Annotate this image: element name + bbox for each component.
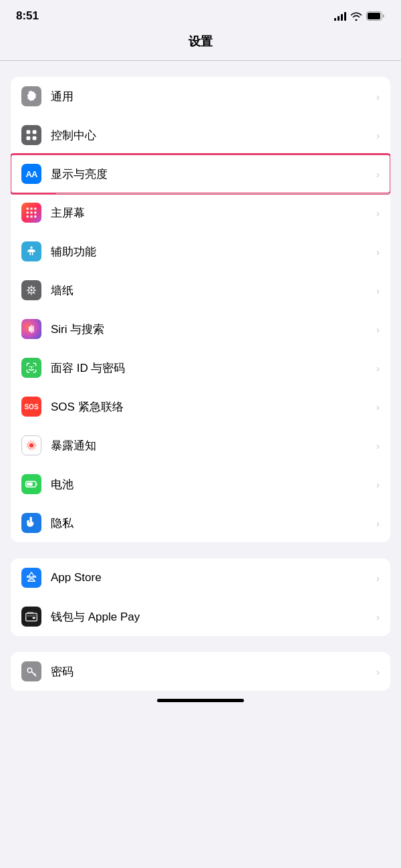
privacy-label: 隐私 <box>51 516 371 531</box>
accessibility-icon <box>21 241 41 261</box>
svg-rect-28 <box>27 483 32 486</box>
page-title: 设置 <box>0 28 401 60</box>
passwords-label: 密码 <box>51 664 371 679</box>
display-label: 显示与亮度 <box>51 167 371 182</box>
general-label: 通用 <box>51 89 371 104</box>
settings-row-privacy[interactable]: 隐私 › <box>11 504 390 542</box>
accessibility-label: 辅助功能 <box>51 244 371 259</box>
settings-row-wallpaper[interactable]: 墙纸 › <box>11 271 390 310</box>
svg-text:A: A <box>30 576 33 580</box>
wallet-label: 钱包与 Apple Pay <box>51 609 371 625</box>
exposure-chevron: › <box>376 440 380 451</box>
home-indicator <box>157 699 244 702</box>
exposure-label: 暴露通知 <box>51 438 371 453</box>
svg-rect-3 <box>33 130 37 134</box>
wallet-icon <box>21 607 41 627</box>
wallpaper-chevron: › <box>376 285 380 296</box>
svg-rect-8 <box>34 208 36 210</box>
wifi-icon <box>350 11 362 21</box>
status-icons <box>334 11 385 21</box>
sos-label: SOS 紧急联络 <box>51 399 371 415</box>
svg-point-22 <box>33 366 34 368</box>
exposure-icon <box>21 435 41 455</box>
settings-row-homescreen[interactable]: 主屏幕 › <box>11 193 390 232</box>
svg-rect-14 <box>34 215 36 217</box>
control-center-icon <box>21 125 41 145</box>
control-center-chevron: › <box>376 130 380 141</box>
svg-point-20 <box>31 324 33 333</box>
passwords-icon <box>21 661 41 681</box>
settings-row-general[interactable]: 通用 › <box>11 77 390 116</box>
homescreen-label: 主屏幕 <box>51 205 371 221</box>
svg-rect-6 <box>27 208 29 210</box>
svg-rect-32 <box>33 617 35 619</box>
control-center-label: 控制中心 <box>51 128 371 143</box>
settings-row-display[interactable]: AA 显示与亮度 › <box>11 154 390 193</box>
svg-rect-31 <box>26 615 37 617</box>
svg-rect-1 <box>368 13 380 19</box>
display-chevron: › <box>376 169 380 180</box>
status-time: 8:51 <box>16 9 39 23</box>
accessibility-chevron: › <box>376 246 380 257</box>
battery-settings-icon <box>21 474 41 494</box>
svg-point-19 <box>32 325 34 333</box>
settings-row-siri[interactable]: Siri 与搜索 › <box>11 310 390 348</box>
general-icon <box>21 86 41 106</box>
svg-rect-7 <box>30 208 32 210</box>
sos-chevron: › <box>376 401 380 413</box>
settings-row-sos[interactable]: SOS SOS 紧急联络 › <box>11 387 390 426</box>
faceid-label: 面容 ID 与密码 <box>51 360 371 376</box>
battery-label: 电池 <box>51 477 371 492</box>
wallet-chevron: › <box>376 611 380 623</box>
settings-section-3: 密码 › <box>11 652 390 691</box>
svg-point-21 <box>29 366 31 368</box>
status-bar: 8:51 <box>0 0 401 28</box>
wallpaper-icon <box>21 280 41 300</box>
signal-icon <box>334 11 346 21</box>
settings-row-passwords[interactable]: 密码 › <box>11 652 390 691</box>
svg-rect-5 <box>33 136 37 140</box>
sos-icon: SOS <box>21 397 41 417</box>
settings-row-wallet[interactable]: 钱包与 Apple Pay › <box>11 597 390 636</box>
settings-row-faceid[interactable]: 面容 ID 与密码 › <box>11 348 390 387</box>
appstore-label: App Store <box>51 571 371 584</box>
settings-row-control-center[interactable]: 控制中心 › <box>11 116 390 154</box>
battery-chevron: › <box>376 479 380 490</box>
settings-row-appstore[interactable]: A App Store › <box>11 558 390 597</box>
homescreen-chevron: › <box>376 207 380 219</box>
display-icon: AA <box>21 164 41 184</box>
svg-rect-9 <box>27 211 29 213</box>
passwords-chevron: › <box>376 666 380 677</box>
privacy-icon <box>21 513 41 533</box>
section-divider-top <box>0 60 401 61</box>
battery-icon <box>366 11 385 21</box>
svg-point-24 <box>29 443 34 448</box>
svg-rect-2 <box>27 130 31 134</box>
svg-rect-10 <box>30 211 32 213</box>
settings-row-accessibility[interactable]: 辅助功能 › <box>11 232 390 271</box>
svg-point-18 <box>29 326 31 332</box>
svg-point-15 <box>30 247 32 249</box>
privacy-chevron: › <box>376 518 380 529</box>
faceid-icon <box>21 358 41 378</box>
siri-label: Siri 与搜索 <box>51 322 371 337</box>
svg-rect-11 <box>34 211 36 213</box>
appstore-icon: A <box>21 568 41 588</box>
wallpaper-label: 墙纸 <box>51 283 371 298</box>
settings-row-battery[interactable]: 电池 › <box>11 465 390 504</box>
general-chevron: › <box>376 91 380 102</box>
faceid-chevron: › <box>376 362 380 374</box>
svg-rect-30 <box>26 613 37 621</box>
svg-rect-12 <box>27 215 29 217</box>
siri-icon <box>21 319 41 339</box>
settings-section-2: A App Store › 钱包与 Apple Pay › <box>11 558 390 636</box>
siri-chevron: › <box>376 324 380 335</box>
svg-point-17 <box>30 289 32 291</box>
svg-rect-13 <box>30 215 32 217</box>
svg-rect-4 <box>27 136 31 140</box>
settings-row-exposure[interactable]: 暴露通知 › <box>11 426 390 465</box>
appstore-chevron: › <box>376 572 380 584</box>
svg-point-33 <box>27 668 32 673</box>
homescreen-icon <box>21 203 41 223</box>
settings-section-1: 通用 › 控制中心 › AA 显示与亮度 › <box>11 77 390 542</box>
